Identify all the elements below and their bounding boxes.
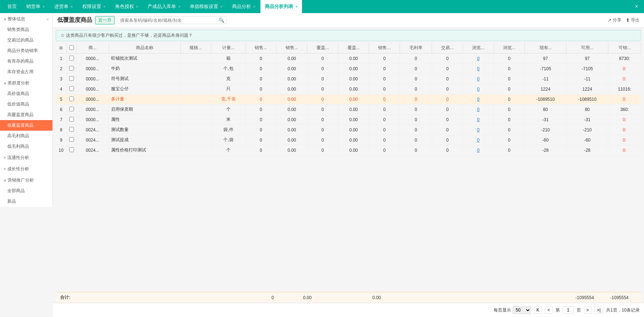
nav-tab-sales-close[interactable]: × <box>43 5 45 9</box>
sidebar-section-growth[interactable]: > 成长性分析 <box>0 163 52 174</box>
sidebar-item-sales-goods[interactable]: 销售类商品 <box>0 24 52 35</box>
cell-checkbox[interactable] <box>67 135 76 145</box>
sidebar-item-traded-goods[interactable]: 交易过的商品 <box>0 35 52 45</box>
cell-checkbox[interactable] <box>67 74 76 84</box>
row-checkbox[interactable] <box>69 86 74 91</box>
th-stock1[interactable]: 现有... <box>525 43 566 54</box>
settings-icon[interactable]: ⚙ <box>59 45 63 51</box>
row-checkbox[interactable] <box>69 96 74 101</box>
row-checkbox[interactable] <box>69 107 74 111</box>
th-coverage1[interactable]: 覆盖... <box>307 43 338 54</box>
sidebar-section-overview[interactable]: ∨ 整体信息 « <box>0 13 52 24</box>
cell-checkbox[interactable] <box>67 145 76 155</box>
search-icon[interactable]: 🔍 <box>219 17 224 23</box>
cell-checkbox[interactable] <box>67 54 76 64</box>
sidebar-item-category-sales-rate[interactable]: 商品分类动销率 <box>0 45 52 56</box>
nav-tab-analysis-close[interactable]: × <box>253 5 255 9</box>
th-settings[interactable]: ⚙ <box>56 43 67 54</box>
sidebar-item-stocked-goods[interactable]: 有库存的商品 <box>0 56 52 67</box>
page-prev-button[interactable]: < <box>545 306 553 314</box>
sidebar-collapse-icon[interactable]: « <box>46 17 49 22</box>
cell-browse1[interactable]: 0 <box>463 115 494 125</box>
sidebar-item-low-profit[interactable]: 低毛利商品 <box>0 141 52 152</box>
th-browse1[interactable]: 浏览... <box>463 43 494 54</box>
sidebar-item-high-coverage[interactable]: 高覆盖度商品 <box>0 110 52 120</box>
cell-browse1[interactable]: 0 <box>463 104 494 115</box>
th-sales3[interactable]: 销售... <box>369 43 400 54</box>
row-checkbox[interactable] <box>69 127 74 132</box>
sidebar-item-stock-capital[interactable]: 库存资金占用 <box>0 67 52 77</box>
nav-tab-purchase[interactable]: 进货单 × <box>50 0 77 13</box>
share-button[interactable]: ↗ 分享 <box>608 17 621 23</box>
page-next-button[interactable]: > <box>584 306 592 314</box>
cell-browse1[interactable]: 0 <box>463 84 494 94</box>
sidebar-section-marketing[interactable]: ∨ 营销推广分析 <box>0 174 52 186</box>
data-table-wrapper[interactable]: ⚙ 商... 商品名称 规格... 计量... 销售... 销售... 覆盖..… <box>56 43 641 292</box>
nav-tab-analysis[interactable]: 商品分析 × <box>228 0 260 13</box>
sidebar-item-low-coverage[interactable]: 低覆盖度商品 <box>0 120 52 131</box>
th-trade[interactable]: 交易... <box>432 43 463 54</box>
th-code[interactable]: 商... <box>76 43 109 54</box>
cell-browse1[interactable]: 0 <box>463 125 494 135</box>
nav-tab-analysis-list-close[interactable]: × <box>295 5 298 9</box>
cell-browse1[interactable]: 0 <box>463 54 494 64</box>
row-checkbox[interactable] <box>69 147 74 152</box>
sidebar-section-cluster[interactable]: ∨ 类群度分析 <box>0 77 52 88</box>
cell-checkbox[interactable] <box>67 125 76 135</box>
row-checkbox[interactable] <box>69 137 74 142</box>
th-unit[interactable]: 计量... <box>211 43 246 54</box>
th-spec[interactable]: 规格... <box>180 43 211 54</box>
nav-tab-role[interactable]: 角色授权 × <box>111 0 143 13</box>
sidebar-section-flow[interactable]: > 流通性分析 <box>0 152 52 163</box>
nav-tab-template[interactable]: 单据模板设置 × <box>185 0 227 13</box>
nav-tab-sales[interactable]: 销货单 × <box>22 0 49 13</box>
sidebar-item-high-value[interactable]: 高价值商品 <box>0 88 52 99</box>
th-stock2[interactable]: 可用... <box>566 43 608 54</box>
nav-tab-template-close[interactable]: × <box>220 5 223 9</box>
cell-checkbox[interactable] <box>67 104 76 115</box>
cell-browse1[interactable]: 0 <box>463 94 494 104</box>
nav-tab-permission-close[interactable]: × <box>103 5 106 9</box>
page-first-button[interactable]: K <box>534 306 542 314</box>
th-coverage2[interactable]: 覆盖... <box>338 43 369 54</box>
page-last-button[interactable]: >| <box>594 306 603 314</box>
cell-browse2: 0 <box>494 94 525 104</box>
cell-checkbox[interactable] <box>67 94 76 104</box>
period-button[interactable]: 近一月 <box>95 16 115 24</box>
nav-tab-purchase-close[interactable]: × <box>71 5 73 9</box>
row-checkbox[interactable] <box>69 117 74 122</box>
cell-checkbox[interactable] <box>67 115 76 125</box>
th-sales1[interactable]: 销售... <box>246 43 276 54</box>
th-name[interactable]: 商品名称 <box>109 43 180 54</box>
nav-tab-analysis-list[interactable]: 商品分析列表 × <box>260 0 302 13</box>
select-all-checkbox[interactable] <box>69 45 74 50</box>
cell-browse1[interactable]: 0 <box>463 64 494 74</box>
th-browse2[interactable]: 浏览... <box>494 43 525 54</box>
page-size-select[interactable]: 50 100 200 <box>513 306 531 314</box>
th-checkbox[interactable] <box>67 43 76 54</box>
cell-checkbox[interactable] <box>67 64 76 74</box>
cell-checkbox[interactable] <box>67 84 76 94</box>
nav-tab-product[interactable]: 产成品入库单 × <box>143 0 185 13</box>
page-input[interactable] <box>563 306 574 314</box>
nav-close-all-button[interactable]: × <box>632 3 641 10</box>
th-profit[interactable]: 毛利率 <box>400 43 432 54</box>
nav-tab-product-close[interactable]: × <box>178 5 180 9</box>
nav-tab-role-close[interactable]: × <box>136 5 138 9</box>
sidebar-item-new-goods[interactable]: 新品 <box>0 196 52 207</box>
export-button[interactable]: ⬆ 导出 <box>626 17 640 23</box>
th-stock3[interactable]: 可销... <box>608 43 641 54</box>
search-input[interactable] <box>120 18 217 23</box>
row-checkbox[interactable] <box>69 76 74 81</box>
cell-browse1[interactable]: 0 <box>463 74 494 84</box>
row-checkbox[interactable] <box>69 66 74 71</box>
cell-browse1[interactable]: 0 <box>463 145 494 155</box>
cell-browse1[interactable]: 0 <box>463 135 494 145</box>
nav-tab-permission[interactable]: 权限设置 × <box>78 0 110 13</box>
sidebar-item-all-goods[interactable]: 全部商品 <box>0 186 52 196</box>
nav-tab-home[interactable]: 首页 <box>3 0 21 13</box>
th-sales2[interactable]: 销售... <box>276 43 307 54</box>
sidebar-item-high-profit[interactable]: 高毛利商品 <box>0 131 52 141</box>
row-checkbox[interactable] <box>69 56 74 60</box>
sidebar-item-low-value[interactable]: 低价值商品 <box>0 99 52 110</box>
